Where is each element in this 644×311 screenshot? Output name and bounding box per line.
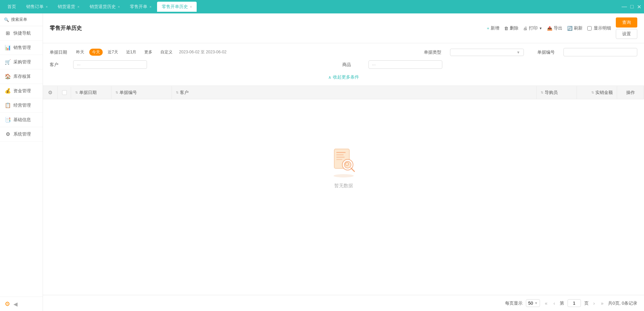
search-icon: 🔍 (4, 17, 9, 22)
pagination: 每页显示 50 ▼ « ‹ 第 页 › » 共0页, 0条记录 (43, 295, 644, 311)
tab-sales-order-close[interactable]: × (46, 5, 48, 9)
per-page-select[interactable]: 50 ▼ (526, 299, 540, 307)
refresh-button[interactable]: 🔄 刷新 (567, 25, 583, 31)
tab-retail-open-close[interactable]: × (149, 5, 151, 9)
display-detail-label: 显示明细 (594, 25, 611, 31)
refresh-label: 刷新 (574, 25, 583, 31)
th-date[interactable]: ⇅ 单据日期 (71, 86, 111, 99)
th-amount[interactable]: ⇅ 实销金额 (577, 86, 617, 99)
sidebar-item-quick-nav[interactable]: ⊞ 快捷导航 (0, 26, 43, 41)
tab-retail-open-history-close[interactable]: × (190, 5, 192, 9)
th-num[interactable]: ⇅ 单据编号 (111, 86, 172, 99)
pagination-prev-btn[interactable]: ‹ (552, 300, 556, 307)
filter-group-goods: 商品 ··· (342, 60, 442, 69)
delete-icon: 🗑 (504, 26, 508, 31)
date-btn-last7[interactable]: 近7天 (105, 48, 121, 56)
window-maximize-icon[interactable]: □ (630, 4, 634, 10)
th-settings[interactable]: ⚙ (43, 86, 58, 99)
th-date-label: 单据日期 (79, 90, 97, 96)
th-amount-sort-icon: ⇅ (591, 91, 594, 94)
th-customer[interactable]: ⇅ 客户 (172, 86, 537, 99)
doc-num-input[interactable] (563, 48, 637, 56)
sidebar-item-inventory[interactable]: 🏠 库存核算 (0, 69, 43, 84)
filter-row-2: 客户 ··· 商品 ··· (50, 60, 637, 69)
sidebar-search-label: 搜索采单 (11, 17, 27, 22)
quick-nav-icon: ⊞ (5, 30, 11, 36)
sidebar-item-finance-mgmt-label: 资金管理 (13, 88, 31, 94)
collapse-bar[interactable]: ∧ 收起更多条件 (50, 73, 637, 83)
finance-mgmt-icon: 💰 (5, 88, 11, 94)
pagination-page-input[interactable] (567, 299, 581, 307)
pagination-next-btn[interactable]: › (592, 300, 596, 307)
pagination-first-btn[interactable]: « (543, 300, 549, 307)
tab-sales-order[interactable]: 销售订单 × (21, 2, 52, 12)
setting-button[interactable]: 设置 (616, 29, 637, 39)
basic-info-icon: 📑 (5, 117, 11, 123)
window-close-icon[interactable]: ✕ (637, 4, 641, 10)
th-action: 操作 (617, 86, 644, 99)
sidebar-item-business-mgmt[interactable]: 📋 经营管理 (0, 98, 43, 113)
tab-sales-return-history-close[interactable]: × (118, 5, 120, 9)
query-button[interactable]: 查询 (616, 17, 637, 28)
export-button[interactable]: 📤 导出 (547, 25, 562, 31)
tab-retail-open-label: 零售开单 (130, 4, 147, 10)
th-guide[interactable]: ⇅ 导购员 (537, 86, 577, 99)
th-customer-label: 客户 (180, 90, 189, 96)
collapse-up-icon: ∧ (328, 75, 332, 80)
tab-home[interactable]: 首页 (3, 2, 21, 12)
th-checkbox[interactable] (58, 87, 71, 98)
sales-mgmt-icon: 📊 (5, 45, 11, 51)
sidebar-item-purchase-mgmt[interactable]: 🛒 采购管理 (0, 55, 43, 69)
window-minimize-icon[interactable]: — (622, 4, 627, 10)
svg-point-0 (334, 174, 354, 177)
tab-sales-return-close[interactable]: × (77, 5, 79, 9)
sidebar-item-finance-mgmt[interactable]: 💰 资金管理 (0, 84, 43, 98)
date-btn-more[interactable]: 更多 (141, 48, 155, 56)
main-layout: 🔍 搜索采单 ⊞ 快捷导航 📊 销售管理 🛒 采购管理 🏠 库存核算 💰 资金管… (0, 13, 644, 311)
goods-select[interactable]: ··· (368, 60, 442, 69)
tab-bar: 首页 销售订单 × 销货退货 × 销货退货历史 × 零售开单 × 零售开单历史 … (0, 0, 644, 13)
sidebar-item-purchase-mgmt-label: 采购管理 (13, 59, 31, 65)
header-checkbox[interactable] (62, 90, 67, 95)
business-mgmt-icon: 📋 (5, 102, 11, 108)
date-btn-custom[interactable]: 自定义 (157, 48, 176, 56)
goods-label: 商品 (342, 62, 366, 68)
sidebar-item-sales-mgmt[interactable]: 📊 销售管理 (0, 41, 43, 55)
date-btn-today[interactable]: 今天 (89, 49, 103, 56)
print-icon: 🖨 (523, 26, 528, 31)
display-detail-checkbox[interactable] (587, 26, 592, 31)
tab-sales-return-history[interactable]: 销货退货历史 × (85, 2, 125, 12)
tab-retail-open[interactable]: 零售开单 × (125, 2, 156, 12)
sidebar-search[interactable]: 🔍 搜索采单 (0, 13, 43, 26)
delete-button[interactable]: 🗑 删除 (504, 25, 518, 31)
doc-type-select[interactable]: ▼ (450, 49, 524, 56)
export-label: 导出 (554, 25, 562, 31)
doc-type-dropdown-icon: ▼ (516, 50, 520, 54)
tab-sales-return-label: 销货退货 (58, 4, 75, 10)
page-header: 零售开单历史 + 新增 🗑 删除 🖨 打印 ▼ 📤 导出 (43, 13, 644, 43)
settings-bottom-icon[interactable]: ⚙ (5, 300, 10, 308)
sidebar-item-basic-info[interactable]: 📑 基础信息 (0, 113, 43, 127)
svg-rect-4 (336, 157, 345, 158)
th-customer-sort-icon: ⇅ (176, 91, 179, 94)
sidebar-item-system-mgmt[interactable]: ⚙ 系统管理 (0, 127, 43, 142)
tab-sales-return[interactable]: 销货退货 × (53, 2, 84, 12)
tab-retail-open-history[interactable]: 零售开单历史 × (157, 2, 197, 12)
date-btn-yesterday[interactable]: 昨天 (73, 48, 87, 56)
doc-num-label: 单据编号 (537, 49, 561, 55)
pagination-last-btn[interactable]: » (600, 300, 605, 307)
add-button[interactable]: + 新增 (487, 25, 500, 31)
date-range: 2023-06-02 至 2023-06-02 (179, 49, 226, 55)
print-button[interactable]: 🖨 打印 ▼ (523, 25, 542, 31)
pagination-page-suffix: 页 (584, 300, 589, 306)
settings-gear-icon[interactable]: ⚙ (48, 90, 52, 96)
date-btn-last-month[interactable]: 近1月 (123, 48, 140, 56)
sidebar-collapse-icon[interactable]: ◀ (13, 301, 17, 307)
filter-group-doc-num: 单据编号 (537, 48, 637, 56)
customer-select[interactable]: ··· (73, 60, 147, 69)
th-num-label: 单据编号 (119, 90, 137, 96)
print-dropdown-icon: ▼ (539, 27, 542, 30)
customer-ellipsis: ··· (77, 62, 81, 67)
sidebar-item-sales-mgmt-label: 销售管理 (13, 45, 31, 51)
display-detail-button[interactable]: 显示明细 (587, 25, 611, 31)
